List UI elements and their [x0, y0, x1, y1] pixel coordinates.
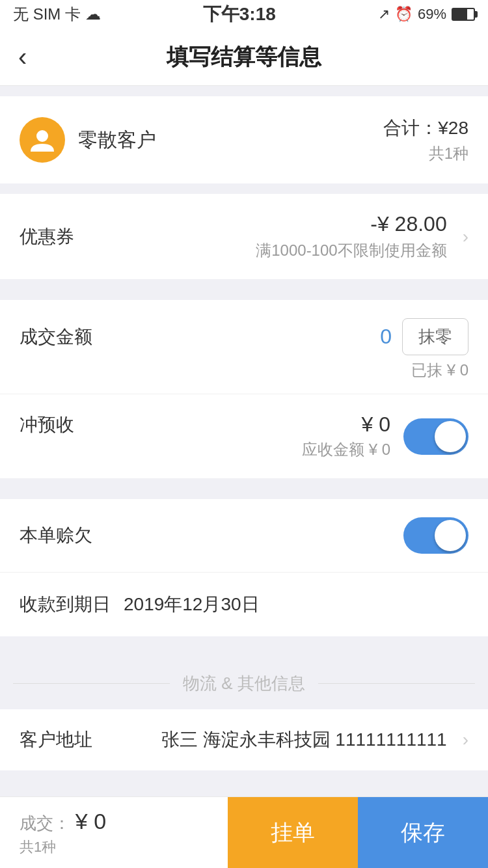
customer-left: 零散客户	[20, 117, 156, 163]
customer-name: 零散客户	[78, 127, 156, 154]
deal-amount-right: 0 抹零	[380, 318, 468, 355]
address-label: 客户地址	[20, 727, 92, 752]
user-icon	[29, 127, 55, 153]
deal-amount-value: 0	[380, 325, 392, 349]
status-time: 下午3:18	[203, 2, 276, 27]
status-left: 无 SIM 卡 ☁	[13, 4, 101, 25]
owe-toggle-knob	[435, 520, 466, 551]
coupon-description: 满1000-100不限制使用金额	[256, 240, 446, 261]
deal-amount-section: 成交金额 0 抹零 已抹 ¥ 0 冲预收 ¥ 0 应收金额 ¥ 0	[0, 300, 488, 478]
logistics-label: 物流 & 其他信息	[183, 672, 305, 695]
owe-label: 本单赊欠	[20, 523, 92, 548]
address-section: 客户地址 张三 海淀永丰科技园 11111111111 ›	[0, 709, 488, 770]
coupon-value-block: -¥ 28.00 满1000-100不限制使用金额	[256, 212, 446, 261]
prepay-top: 冲预收 ¥ 0 应收金额 ¥ 0	[0, 394, 488, 460]
total-count: 共1种	[383, 143, 468, 164]
due-date-label: 收款到期日	[20, 592, 111, 617]
battery-text: 69%	[418, 6, 446, 23]
divider-1	[0, 290, 488, 300]
chevron-right-icon: ›	[463, 226, 468, 247]
footer-deal-line: 成交： ¥ 0	[20, 809, 208, 835]
prepay-sub: 应收金额 ¥ 0	[302, 439, 390, 460]
coupon-section: 优惠券 -¥ 28.00 满1000-100不限制使用金额 ›	[0, 194, 488, 279]
coupon-right: -¥ 28.00 满1000-100不限制使用金额 ›	[256, 212, 468, 261]
save-button[interactable]: 保存	[358, 797, 488, 869]
address-chevron-icon: ›	[463, 729, 468, 750]
prepay-amount-block: ¥ 0 应收金额 ¥ 0	[302, 413, 390, 460]
avatar	[20, 117, 65, 163]
customer-summary: 合计：¥28 共1种	[383, 116, 468, 164]
coupon-row[interactable]: 优惠券 -¥ 28.00 满1000-100不限制使用金额 ›	[0, 194, 488, 279]
footer-deal-label: 成交：	[20, 813, 70, 833]
divider-3	[0, 647, 488, 657]
deal-amount-label: 成交金额	[20, 325, 92, 349]
address-right: 张三 海淀永丰科技园 11111111111 ›	[161, 727, 468, 752]
status-right: ↗ ⏰ 69%	[378, 6, 475, 23]
deal-amount-top: 成交金额 0 抹零	[0, 300, 488, 355]
toggle-knob	[435, 421, 466, 452]
owe-row: 本单赊欠	[0, 499, 488, 573]
owe-toggle[interactable]	[403, 517, 468, 554]
customer-row: 零散客户 合计：¥28 共1种	[0, 96, 488, 183]
logistics-line-right	[318, 683, 475, 684]
battery-icon	[452, 8, 475, 21]
footer-count: 共1种	[20, 837, 208, 857]
logistics-header: 物流 & 其他信息	[0, 657, 488, 709]
prepay-amount: ¥ 0	[302, 413, 390, 437]
due-date-value: 2019年12月30日	[124, 592, 260, 617]
svg-point-0	[36, 130, 48, 142]
prepay-right: ¥ 0 应收金额 ¥ 0	[302, 413, 468, 460]
prepay-label: 冲预收	[20, 413, 74, 437]
prepay-toggle[interactable]	[403, 418, 468, 455]
deal-amount-sub: 已抹 ¥ 0	[0, 355, 488, 394]
footer-amount: ¥ 0	[75, 809, 106, 834]
owe-section: 本单赊欠 收款到期日 2019年12月30日	[0, 499, 488, 636]
logistics-line-left	[13, 683, 170, 684]
prepay-spacer	[0, 460, 488, 478]
hold-button[interactable]: 挂单	[228, 797, 358, 869]
deal-amount-sub-text: 已抹 ¥ 0	[411, 361, 468, 379]
page-title: 填写结算等信息	[167, 42, 321, 72]
back-button[interactable]: ‹	[18, 42, 27, 72]
customer-section: 零散客户 合计：¥28 共1种	[0, 96, 488, 183]
alarm-icon: ⏰	[395, 6, 413, 23]
footer-info: 成交： ¥ 0 共1种	[0, 809, 228, 857]
coupon-label: 优惠券	[20, 224, 74, 249]
status-bar: 无 SIM 卡 ☁ 下午3:18 ↗ ⏰ 69%	[0, 0, 488, 29]
address-value: 张三 海淀永丰科技园 11111111111	[161, 727, 447, 752]
footer: 成交： ¥ 0 共1种 挂单 保存	[0, 796, 488, 868]
divider-2	[0, 489, 488, 499]
due-date-row: 收款到期日 2019年12月30日	[0, 573, 488, 636]
total-amount: 合计：¥28	[383, 116, 468, 141]
signal-text: 无 SIM 卡 ☁	[13, 4, 101, 25]
main-content: 零散客户 合计：¥28 共1种 优惠券 -¥ 28.00 满1000-100不限…	[0, 96, 488, 859]
address-row[interactable]: 客户地址 张三 海淀永丰科技园 11111111111 ›	[0, 709, 488, 770]
coupon-discount: -¥ 28.00	[256, 212, 446, 236]
nav-bar: ‹ 填写结算等信息	[0, 29, 488, 86]
location-icon: ↗	[378, 6, 390, 23]
round-off-button[interactable]: 抹零	[402, 318, 468, 355]
